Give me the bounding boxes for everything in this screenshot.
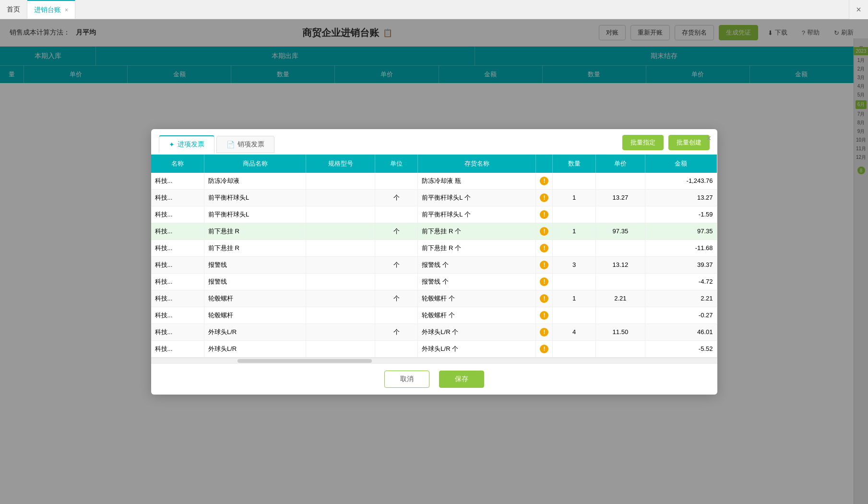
cell-warning: ! (536, 290, 553, 307)
cell-price (595, 240, 645, 256)
cell-inventory: 防冻冷却液 瓶 (418, 173, 536, 190)
cell-name: 科技... (151, 223, 204, 240)
window-close-button[interactable]: × (849, 0, 868, 19)
batch-create-button[interactable]: 批量创建 (668, 135, 710, 150)
tab-sales-invoice[interactable]: 📄 销项发票 (216, 136, 274, 153)
th-unit: 单位 (375, 155, 417, 173)
cell-qty: 1 (553, 223, 595, 240)
nav-tab-active[interactable]: 进销台账 × (27, 0, 75, 19)
warning-icon: ! (540, 177, 548, 185)
table-row: 科技...轮毂螺杆个轮毂螺杆 个!12.212.21 (151, 290, 717, 307)
main-content: 销售成本计算方法： 月平均 商贸企业进销台账 📋 对账 重新开账 存货别名 生成… (0, 19, 868, 504)
save-button[interactable]: 保存 (439, 371, 484, 388)
modal-close-button[interactable]: × (706, 134, 712, 143)
cell-amount: 46.01 (645, 324, 717, 340)
cell-inventory: 轮毂螺杆 个 (418, 290, 536, 307)
cell-product: 防冻冷却液 (204, 173, 306, 190)
table-row: 科技...前平衡杆球头L前平衡杆球头L 个!-1.59 (151, 206, 717, 223)
cell-inventory: 前下悬挂 R 个 (418, 223, 536, 240)
warning-icon: ! (540, 328, 548, 336)
table-row: 科技...前下悬挂 R个前下悬挂 R 个!197.3597.35 (151, 223, 717, 240)
cancel-button[interactable]: 取消 (384, 371, 429, 388)
warning-icon: ! (540, 261, 548, 269)
tab-purchase-invoice[interactable]: ✦ 进项发票 (159, 135, 214, 153)
cell-price: 2.21 (595, 290, 645, 307)
cell-price (595, 173, 645, 190)
table-row: 科技...防冻冷却液防冻冷却液 瓶!-1,243.76 (151, 173, 717, 190)
table-row: 科技...外球头L/R外球头L/R 个!-5.52 (151, 340, 717, 357)
scrollbar-thumb[interactable] (238, 359, 372, 363)
cell-name: 科技... (151, 240, 204, 256)
warning-icon: ! (540, 311, 548, 320)
th-product: 商品名称 (204, 155, 306, 173)
nav-tab-home[interactable]: 首页 (0, 0, 27, 19)
close-tab-icon[interactable]: × (65, 7, 68, 13)
cell-price (595, 307, 645, 324)
cell-unit: 个 (375, 290, 417, 307)
modal-header: ✦ 进项发票 📄 销项发票 批量指定 批量创建 × (151, 129, 717, 155)
table-row: 科技...外球头L/R个外球头L/R 个!411.5046.01 (151, 324, 717, 340)
cell-amount: -0.27 (645, 307, 717, 324)
cell-amount: -4.72 (645, 273, 717, 290)
warning-icon: ! (540, 294, 548, 303)
modal-table-container: 名称 商品名称 规格型号 单位 存货名称 数量 单价 金额 科技...防冻冷却液… (151, 155, 717, 358)
cell-qty (553, 206, 595, 223)
table-row: 科技...前平衡杆球头L个前平衡杆球头L 个!113.2713.27 (151, 189, 717, 206)
cell-spec (306, 273, 375, 290)
cell-product: 轮毂螺杆 (204, 307, 306, 324)
warning-icon: ! (540, 227, 548, 236)
cell-unit: 个 (375, 223, 417, 240)
cell-product: 前下悬挂 R (204, 240, 306, 256)
cell-spec (306, 223, 375, 240)
cell-amount: 39.37 (645, 256, 717, 273)
purchase-tab-icon: ✦ (169, 141, 175, 148)
cell-name: 科技... (151, 340, 204, 357)
cell-amount: -1.59 (645, 206, 717, 223)
cell-name: 科技... (151, 206, 204, 223)
cell-price (595, 206, 645, 223)
modal-horizontal-scrollbar[interactable] (151, 358, 717, 363)
sales-tab-icon: 📄 (226, 141, 235, 148)
cell-unit (375, 273, 417, 290)
cell-spec (306, 173, 375, 190)
batch-assign-button[interactable]: 批量指定 (622, 135, 664, 150)
cell-unit: 个 (375, 324, 417, 340)
modal-footer: 取消 保存 (151, 363, 717, 395)
cell-warning: ! (536, 223, 553, 240)
table-row: 科技...轮毂螺杆轮毂螺杆 个!-0.27 (151, 307, 717, 324)
cell-product: 轮毂螺杆 (204, 290, 306, 307)
top-nav: 首页 进销台账 × × (0, 0, 868, 19)
cell-product: 外球头L/R (204, 340, 306, 357)
table-row: 科技...报警线报警线 个!-4.72 (151, 273, 717, 290)
cell-inventory: 外球头L/R 个 (418, 340, 536, 357)
cell-name: 科技... (151, 307, 204, 324)
cell-qty: 1 (553, 290, 595, 307)
table-row: 科技...报警线个报警线 个!313.1239.37 (151, 256, 717, 273)
cell-amount: 97.35 (645, 223, 717, 240)
cell-product: 外球头L/R (204, 324, 306, 340)
cell-unit (375, 240, 417, 256)
cell-spec (306, 340, 375, 357)
invoice-table: 名称 商品名称 规格型号 单位 存货名称 数量 单价 金额 科技...防冻冷却液… (151, 155, 717, 358)
cell-unit (375, 173, 417, 190)
cell-product: 前平衡杆球头L (204, 206, 306, 223)
cell-qty: 1 (553, 189, 595, 206)
cell-price: 13.12 (595, 256, 645, 273)
th-amount: 金额 (645, 155, 717, 173)
th-name: 名称 (151, 155, 204, 173)
modal-dialog: ✦ 进项发票 📄 销项发票 批量指定 批量创建 × 名 (151, 129, 717, 395)
cell-unit: 个 (375, 189, 417, 206)
cell-inventory: 报警线 个 (418, 273, 536, 290)
cell-qty (553, 273, 595, 290)
warning-icon: ! (540, 277, 548, 286)
cell-inventory: 前平衡杆球头L 个 (418, 206, 536, 223)
modal-tab-actions: 批量指定 批量创建 (622, 135, 710, 154)
cell-qty (553, 307, 595, 324)
cell-qty (553, 240, 595, 256)
cell-amount: 13.27 (645, 189, 717, 206)
cell-product: 报警线 (204, 273, 306, 290)
cell-unit (375, 206, 417, 223)
cell-unit (375, 307, 417, 324)
cell-warning: ! (536, 240, 553, 256)
cell-warning: ! (536, 256, 553, 273)
